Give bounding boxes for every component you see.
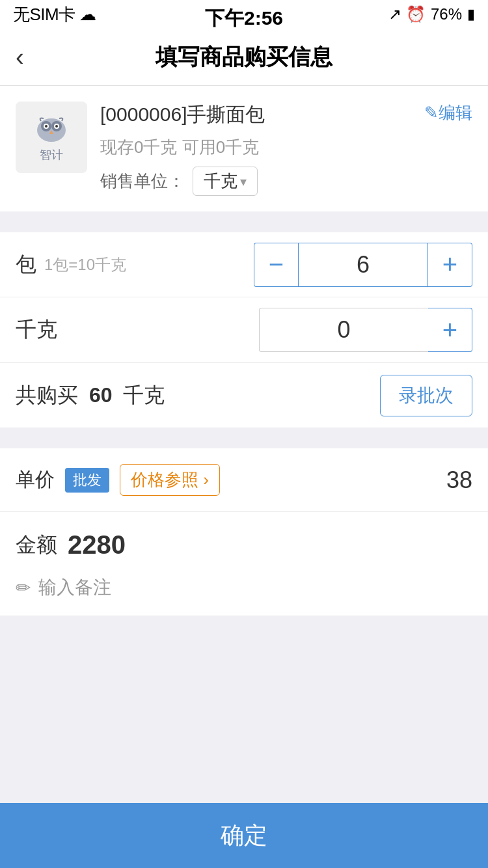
pack-input-row: 包 1包=10千克 − + bbox=[0, 232, 488, 297]
amount-value: 2280 bbox=[68, 530, 126, 560]
product-stock: 现存0千克 可用0千克 bbox=[100, 136, 472, 159]
total-quantity: 60 bbox=[89, 383, 113, 407]
divider-1 bbox=[0, 222, 488, 232]
svg-point-5 bbox=[45, 125, 47, 128]
status-bar: 无SIM卡 ☁ 下午2:56 ↗ ⏰ 76% ▮ bbox=[0, 0, 488, 29]
pencil-icon: ✏ bbox=[16, 577, 31, 599]
product-name: [0000006]手撕面包 bbox=[100, 102, 472, 128]
price-value: 38 bbox=[446, 467, 472, 494]
pack-quantity-input[interactable] bbox=[298, 243, 428, 287]
page-title: 填写商品购买信息 bbox=[156, 42, 332, 72]
kg-quantity-controls: + bbox=[259, 308, 472, 352]
status-left: 无SIM卡 ☁ bbox=[13, 3, 96, 26]
content-filler bbox=[0, 616, 488, 824]
product-thumbnail: 智计 bbox=[16, 102, 87, 173]
total-section: 共购买 60 千克 录批次 bbox=[0, 362, 488, 427]
price-label: 单价 bbox=[16, 467, 55, 493]
price-ref-button[interactable]: 价格参照 › bbox=[120, 464, 220, 496]
remark-text: 输入备注 bbox=[38, 575, 111, 600]
remark-row[interactable]: ✏ 输入备注 bbox=[16, 570, 472, 605]
svg-point-6 bbox=[55, 125, 58, 128]
price-section: 单价 批发 价格参照 › 38 bbox=[0, 448, 488, 511]
edit-link[interactable]: ✎编辑 bbox=[424, 102, 472, 124]
status-right: ↗ ⏰ 76% ▮ bbox=[388, 5, 475, 23]
status-time: 下午2:56 bbox=[205, 5, 283, 32]
product-info: [0000006]手撕面包 现存0千克 可用0千克 销售单位： 千克 ▾ bbox=[100, 102, 472, 196]
amount-section: 金额 2280 ✏ 输入备注 bbox=[0, 511, 488, 616]
amount-label: 金额 bbox=[16, 531, 57, 560]
confirm-text: 确定 bbox=[221, 820, 267, 852]
product-unit-row: 销售单位： 千克 ▾ bbox=[100, 167, 472, 196]
kg-input-row: 千克 + bbox=[0, 297, 488, 362]
kg-quantity-input[interactable] bbox=[259, 308, 428, 352]
amount-row: 金额 2280 bbox=[16, 530, 472, 560]
pack-sub-label: 1包=10千克 bbox=[44, 254, 126, 275]
pack-plus-button[interactable]: + bbox=[428, 243, 472, 287]
divider-2 bbox=[0, 438, 488, 448]
price-type-tag: 批发 bbox=[65, 468, 109, 493]
unit-dropdown-arrow: ▾ bbox=[240, 174, 247, 189]
pack-label: 包 bbox=[16, 251, 36, 279]
batch-button[interactable]: 录批次 bbox=[380, 375, 472, 416]
nav-bar: ‹ 填写商品购买信息 bbox=[0, 29, 488, 86]
product-card: 智计 [0000006]手撕面包 现存0千克 可用0千克 销售单位： 千克 ▾ … bbox=[0, 86, 488, 211]
input-section: 包 1包=10千克 − + 千克 + bbox=[0, 232, 488, 362]
logo-text: 智计 bbox=[40, 147, 63, 163]
kg-label: 千克 bbox=[16, 316, 57, 344]
confirm-bar[interactable]: 确定 bbox=[0, 803, 488, 868]
unit-select[interactable]: 千克 ▾ bbox=[193, 167, 258, 196]
pack-minus-button[interactable]: − bbox=[254, 243, 298, 287]
price-row: 单价 批发 价格参照 › 38 bbox=[16, 464, 472, 496]
back-button[interactable]: ‹ bbox=[16, 45, 24, 70]
pack-quantity-controls: − + bbox=[254, 243, 472, 287]
kg-plus-button[interactable]: + bbox=[428, 308, 472, 352]
total-label: 共购买 60 千克 bbox=[16, 381, 380, 410]
